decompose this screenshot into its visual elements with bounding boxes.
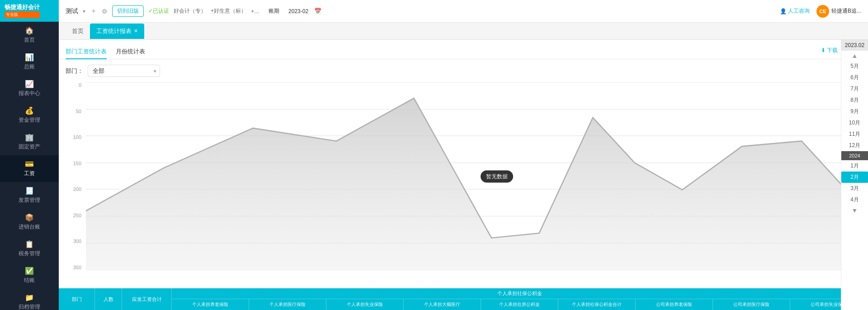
right-panel-month-6[interactable]: 6月 [841,72,868,83]
sidebar-item-salary[interactable]: 💳 工资 [0,155,59,182]
add-button[interactable]: ＋ [90,6,97,16]
table-header-row1: 部门 人数 应发工资合计 个人承担社保公积金 个人承担养老保险 [59,288,868,310]
month-4-label: 4月 [850,196,859,203]
sidebar-item-sales[interactable]: 📦 进销台账 [0,209,59,235]
tab-close-icon[interactable]: ✕ [134,28,138,34]
chart-container: 350 300 250 200 150 100 50 0 [66,82,861,284]
right-panel-scroll-up[interactable]: ▲ [841,51,868,61]
ledger-icon: 📊 [25,53,34,62]
calendar-icon[interactable]: 📅 [314,8,321,14]
y-label-350: 350 [66,265,84,270]
th-personal-major-medical: 个人承担大额医疗 [404,299,481,310]
app-name: 畅捷通好会计 [5,4,40,11]
right-panel-month-3[interactable]: 3月 [841,183,868,194]
month-6-label: 6月 [850,74,859,81]
month-5-label: 5月 [850,63,859,69]
right-panel-scroll-down[interactable]: ▼ [841,205,868,215]
th-personal-housing-fund-label: 个人承担住房公积金 [499,301,540,308]
user-menu[interactable]: CE 轻捷通B追... [816,5,861,18]
archive-icon: 📁 [25,293,34,302]
sidebar-item-archive[interactable]: 📁 归档管理 [0,289,59,310]
th-total-salary: 应发工资合计 [122,288,172,310]
reports-icon: 📈 [25,80,34,88]
right-panel-year-2024: 2024 [841,151,868,160]
sub-tab-dept-label: 部门工资统计表 [66,48,107,55]
th-personal-unemployment-label: 个人承担失业保险 [347,301,383,308]
y-label-0: 0 [66,82,84,88]
month-12-label: 12月 [849,142,860,148]
download-button[interactable]: ⬇ 下载 [821,47,838,54]
sidebar-label-ledger: 总账 [24,63,35,71]
th-group-personal-label: 个人承担社保公积金 [172,288,868,299]
right-panel-month-4[interactable]: 4月 [841,194,868,205]
th-company-medical: 公司承担医疗保险 [713,299,790,310]
tab-home[interactable]: 首页 [66,24,90,39]
right-panel-month-12[interactable]: 12月 [841,140,868,151]
dropdown-arrow-icon[interactable]: ▾ [83,8,85,14]
right-panel-month-7[interactable]: 7月 [841,83,868,95]
badge-haoshengyi: +好生意（标） [211,7,246,15]
sidebar-label-funds: 资金管理 [19,116,40,124]
month-9-label: 9月 [850,108,859,114]
sidebar-label-reports: 报表中心 [19,90,40,97]
switch-version-button[interactable]: 切到旧版 [112,5,144,17]
right-panel-year-label: 2023.02 [841,40,868,51]
sidebar-item-assets[interactable]: 🏢 固定资产 [0,129,59,155]
sidebar-label-settle: 结账 [24,277,35,284]
content-area: 部门工资统计表 月份统计表 ⬇ 下载 ↻ 刷新 部门： 全部 [59,40,868,310]
sidebar-item-home[interactable]: 🏠 首页 [0,22,59,48]
filter-dept-label: 部门： [66,67,83,75]
download-icon: ⬇ [821,47,826,53]
year-2024-label: 2024 [849,153,860,158]
tabs-bar: 首页 工资统计报表 ✕ [59,23,868,40]
right-panel-month-8[interactable]: 8月 [841,95,868,106]
right-panel-month-2-active[interactable]: 2月 [841,172,868,183]
right-panel-month-10[interactable]: 10月 [841,117,868,129]
right-panel: 2023.02 ▲ 5月 6月 7月 8月 9月 10月 11月 [841,40,868,310]
help-icon: 👤 [780,8,787,14]
sidebar-item-funds[interactable]: 💰 资金管理 [0,102,59,129]
month-11-label: 11月 [849,131,860,137]
sidebar: 畅捷通好会计 专业版 🏠 首页 📊 总账 📈 报表中心 💰 资金管理 🏢 固定资… [0,0,59,310]
tab-salary-report[interactable]: 工资统计报表 ✕ [90,24,144,39]
period-label: 账期 [269,7,279,15]
sub-tab-dept[interactable]: 部门工资统计表 [66,45,107,59]
chart-tooltip: 暂无数据 [481,170,513,182]
help-button[interactable]: 👤 人工咨询 [780,7,810,15]
right-panel-month-5[interactable]: 5月 [841,61,868,72]
sidebar-item-reports[interactable]: 📈 报表中心 [0,75,59,102]
right-panel-month-1[interactable]: 1月 [841,160,868,172]
month-2-label: 2月 [850,174,859,180]
period-value: 2023-02 [288,8,308,14]
badge-haokuai: 好会计（专） [174,7,206,15]
right-panel-month-9[interactable]: 9月 [841,106,868,117]
sidebar-item-ledger[interactable]: 📊 总账 [0,48,59,75]
invoice-icon: 🧾 [25,186,34,195]
dept-select[interactable]: 全部 [88,65,160,77]
sidebar-label-archive: 归档管理 [19,303,40,310]
chart-svg [86,82,861,270]
topbar: 测试 ▾ ＋ ⚙ 切到旧版 ✓已认证 好会计（专） +好生意（标） +… 账期 … [59,0,868,23]
y-label-150: 150 [66,161,84,166]
table-section: 部门 人数 应发工资合计 个人承担社保公积金 个人承担养老保险 [59,288,868,310]
user-avatar: CE [816,5,829,18]
settings-button[interactable]: ⚙ [102,8,108,15]
home-icon: 🏠 [25,26,34,35]
th-dept-label: 部门 [72,296,82,303]
right-panel-month-11[interactable]: 11月 [841,129,868,140]
help-text: 人工咨询 [788,7,810,15]
app-badge: 专业版 [5,11,40,18]
verified-badge: ✓已认证 [148,7,169,15]
sub-tab-month[interactable]: 月份统计表 [116,45,145,59]
funds-icon: 💰 [25,106,34,115]
th-personal-housing-fund: 个人承担住房公积金 [481,299,558,310]
sidebar-label-salary: 工资 [24,170,35,177]
user-name: 轻捷通B追... [831,7,861,15]
sidebar-item-settle[interactable]: ✅ 结账 [0,262,59,289]
y-label-50: 50 [66,109,84,114]
sub-tab-month-label: 月份统计表 [116,48,145,55]
sidebar-logo: 畅捷通好会计 专业版 [0,0,59,22]
sidebar-item-invoice[interactable]: 🧾 发票管理 [0,182,59,209]
sidebar-label-invoice: 发票管理 [19,196,40,204]
sidebar-item-tax[interactable]: 📋 税务管理 [0,235,59,262]
